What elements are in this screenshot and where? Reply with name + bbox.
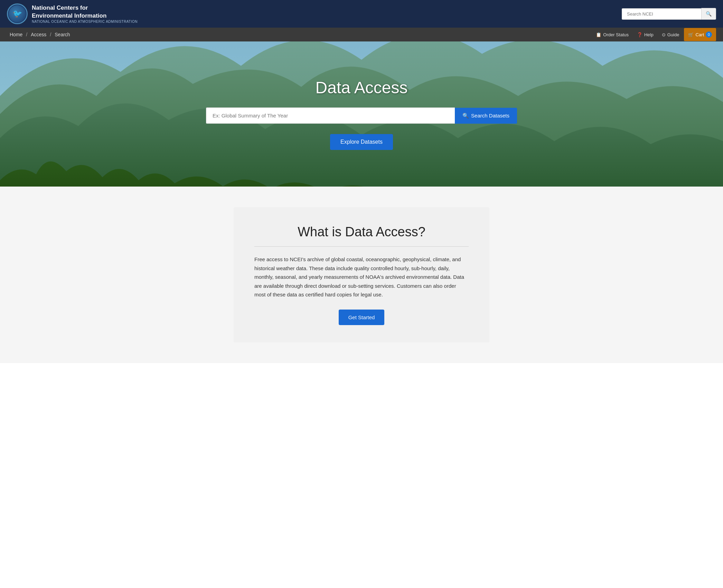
noaa-logo: 🐦 [7,3,28,24]
breadcrumb-access[interactable]: Access [28,28,49,41]
cart-badge: 0 [706,31,712,38]
cart-link[interactable]: 🛒 Cart 0 [684,28,716,41]
header-title: National Centers for Environmental Infor… [32,4,138,23]
help-link[interactable]: ❓ Help [633,29,657,41]
header-search-input[interactable] [622,8,701,20]
hero-content: Data Access 🔍 Search Datasets Explore Da… [0,78,723,150]
breadcrumb-search[interactable]: Search [52,28,73,41]
guide-link[interactable]: ⊙ Guide [658,29,683,41]
header-logo: 🐦 National Centers for Environmental Inf… [7,3,138,24]
org-name: National Centers for Environmental Infor… [32,4,138,19]
info-divider [254,246,469,247]
cart-icon: 🛒 [688,32,694,37]
info-body: Free access to NCEI's archive of global … [254,255,469,299]
explore-datasets-button[interactable]: Explore Datasets [330,134,393,150]
guide-icon: ⊙ [662,32,666,37]
info-heading: What is Data Access? [254,225,469,239]
search-datasets-button[interactable]: 🔍 Search Datasets [455,108,517,124]
breadcrumb-separator-1: / [25,32,28,37]
org-subtitle: National Oceanic and Atmospheric Adminis… [32,20,138,23]
info-section: What is Data Access? Free access to NCEI… [0,187,723,363]
header-search-form: 🔍 [622,8,716,20]
info-card: What is Data Access? Free access to NCEI… [234,207,489,342]
header-search-button[interactable]: 🔍 [701,8,716,20]
navbar: Home / Access / Search 📋 Order Status ❓ … [0,28,723,41]
dataset-search-input[interactable] [206,107,455,124]
navbar-right-links: 📋 Order Status ❓ Help ⊙ Guide 🛒 Cart 0 [592,28,716,41]
breadcrumb-home[interactable]: Home [7,28,25,41]
hero-title: Data Access [7,78,716,97]
site-header: 🐦 National Centers for Environmental Inf… [0,0,723,28]
hero-search-row: 🔍 Search Datasets [206,107,517,124]
noaa-bird-icon: 🐦 [13,10,22,18]
clipboard-icon: 📋 [596,32,601,37]
breadcrumb-separator-2: / [49,32,52,37]
help-icon: ❓ [637,32,642,37]
navbar-breadcrumb: Home / Access / Search [7,28,73,41]
search-icon: 🔍 [462,113,469,119]
get-started-button[interactable]: Get Started [339,310,385,325]
order-status-link[interactable]: 📋 Order Status [592,29,632,41]
hero-section: Data Access 🔍 Search Datasets Explore Da… [0,41,723,187]
